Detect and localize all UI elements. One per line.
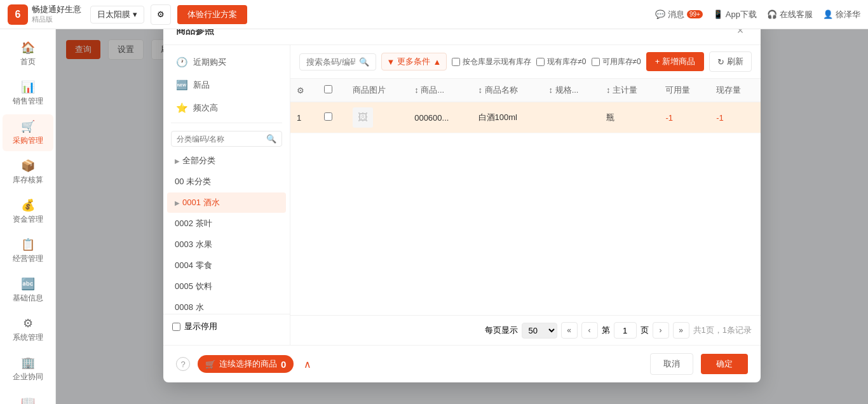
cart-selection[interactable]: 🛒 连续选择的商品 0: [198, 355, 294, 373]
inventory-icon: 📦: [21, 159, 35, 173]
search-icon: 🔍: [266, 134, 276, 144]
sidebar: 🏠 首页 📊 销售管理 🛒 采购管理 📦 库存核算 💰 资金管理 📋 经营管理 …: [0, 29, 56, 404]
close-button[interactable]: ×: [733, 29, 748, 38]
left-panel-bottom: 显示停用: [163, 314, 290, 339]
show-disabled-label: 显示停用: [184, 321, 217, 332]
refresh-label: 刷新: [727, 56, 743, 67]
refresh-product-button[interactable]: ↻ 刷新: [709, 51, 752, 72]
table-row[interactable]: 1 🖼 000600... 白酒100ml 瓶 -1: [290, 102, 761, 133]
guide-icon: 📖: [21, 395, 35, 404]
col-checkbox[interactable]: [318, 79, 346, 102]
col-code[interactable]: ↕ 商品...: [408, 79, 471, 102]
cat-0003-label: 0003 水果: [175, 239, 212, 250]
filter-label: 更多条件: [397, 56, 430, 67]
sidebar-label-purchase: 采购管理: [13, 135, 43, 146]
purchase-icon: 🛒: [21, 119, 35, 133]
sidebar-item-finance[interactable]: 💰 资金管理: [3, 193, 53, 230]
cat-0001-label: 0001 酒水: [182, 197, 220, 208]
category-search-input[interactable]: [177, 135, 264, 144]
select-all-checkbox[interactable]: [324, 85, 332, 93]
more-filter-button[interactable]: ▼ 更多条件 ▲: [381, 53, 447, 71]
product-search-input[interactable]: [306, 57, 355, 67]
first-page-button[interactable]: «: [561, 322, 578, 339]
confirm-button[interactable]: 确定: [701, 354, 748, 374]
product-search-box[interactable]: 🔍: [299, 53, 376, 71]
help-button[interactable]: ?: [176, 357, 190, 371]
tab-recent[interactable]: 🕐 近期购买: [167, 51, 286, 73]
sidebar-label-home: 首页: [20, 57, 36, 67]
messages-badge: 99+: [687, 10, 703, 18]
next-page-button[interactable]: ›: [653, 322, 669, 339]
sidebar-label-operations: 经营管理: [13, 253, 43, 264]
cat-0002[interactable]: 0002 茶叶: [167, 213, 286, 234]
sidebar-item-operations[interactable]: 📋 经营管理: [3, 232, 53, 269]
tab-frequent[interactable]: ⭐ 频次高: [167, 97, 286, 119]
settings-icon[interactable]: ⚙: [151, 4, 171, 25]
row-checkbox[interactable]: [324, 112, 332, 121]
service-item[interactable]: 🎧 在线客服: [767, 9, 813, 20]
top-nav: 6 畅捷通好生意 精品版 日太阳膜 ▾ ⚙ 体验行业方案 💬 消息 99+ 📱 …: [0, 0, 868, 29]
message-icon: 💬: [655, 10, 665, 19]
cat-00[interactable]: 00 未分类: [167, 172, 286, 192]
row-spec: [543, 102, 600, 133]
logo-icon: 6: [8, 4, 28, 25]
logo-title: 畅捷通好生意: [32, 4, 81, 15]
page-info: 共1页，1条记录: [693, 325, 752, 336]
modal-header: 商品参照 ×: [163, 29, 761, 45]
page-number-input[interactable]: [614, 322, 637, 339]
sidebar-item-guide[interactable]: 📖 新手引导: [3, 390, 53, 404]
table-toolbar: 🔍 ▼ 更多条件 ▲ 按仓库显示现有库存: [290, 45, 761, 79]
sidebar-item-inventory[interactable]: 📦 库存核算: [3, 154, 53, 191]
sidebar-item-purchase[interactable]: 🛒 采购管理: [3, 114, 53, 151]
sidebar-item-enterprise[interactable]: 🏢 企业协同: [3, 351, 53, 387]
cat-0005[interactable]: 0005 饮料: [167, 276, 286, 297]
per-page-select[interactable]: 10 20 50 100: [522, 323, 557, 339]
experience-button[interactable]: 体验行业方案: [177, 5, 247, 24]
col-settings[interactable]: ⚙: [290, 79, 318, 102]
app-icon: 📱: [713, 10, 723, 19]
logo-sub: 精品版: [32, 15, 81, 24]
show-disabled-checkbox[interactable]: [172, 323, 180, 331]
add-product-button[interactable]: + 新增商品: [646, 52, 704, 71]
col-unit[interactable]: ↕ 主计量: [600, 79, 659, 102]
warehouse-filter[interactable]: 按仓库显示现有库存: [452, 57, 531, 67]
cat-0003[interactable]: 0003 水果: [167, 234, 286, 255]
available-checkbox[interactable]: [536, 58, 545, 66]
row-name: 白酒100ml: [472, 102, 543, 133]
sidebar-item-home[interactable]: 🏠 首页: [3, 36, 53, 72]
col-available: 可用量: [659, 79, 710, 102]
sidebar-item-basics[interactable]: 🔤 基础信息: [3, 272, 53, 309]
collapse-button[interactable]: ∧: [304, 358, 311, 370]
arrow-active-icon: ▶: [175, 199, 180, 206]
usable-checkbox[interactable]: [592, 58, 600, 66]
modal-body: 🕐 近期购买 🆕 新品 ⭐ 频次高: [163, 45, 761, 345]
user-avatar[interactable]: 👤 徐泽华: [823, 9, 860, 20]
sales-icon: 📊: [21, 80, 35, 94]
search-product-icon: 🔍: [359, 57, 369, 67]
available-filter[interactable]: 现有库存≠0: [536, 57, 586, 67]
page-suffix: 页: [641, 325, 649, 336]
cat-all[interactable]: ▶ 全部分类: [167, 151, 286, 171]
headset-icon: 🎧: [767, 10, 777, 19]
warehouse-checkbox[interactable]: [452, 58, 460, 66]
row-image-cell: 🖼: [346, 102, 408, 133]
row-checkbox-cell[interactable]: [318, 102, 346, 133]
col-name[interactable]: ↕ 商品名称: [472, 79, 543, 102]
sidebar-item-system[interactable]: ⚙ 系统管理: [3, 311, 53, 348]
cat-0008[interactable]: 0008 水: [167, 297, 286, 314]
col-spec[interactable]: ↕ 规格...: [543, 79, 600, 102]
cat-0004[interactable]: 0004 零食: [167, 255, 286, 276]
cat-0001[interactable]: ▶ 0001 酒水: [167, 192, 286, 213]
branch-selector[interactable]: 日太阳膜 ▾: [90, 6, 144, 24]
messages-nav-item[interactable]: 💬 消息 99+: [655, 9, 703, 20]
category-search-box[interactable]: 🔍: [171, 131, 282, 147]
modal-footer: ? 🛒 连续选择的商品 0 ∧ 取消 确定: [163, 345, 761, 382]
app-download-item[interactable]: 📱 App下载: [713, 9, 757, 20]
sidebar-label-finance: 资金管理: [13, 214, 43, 225]
usable-filter[interactable]: 可用库存≠0: [592, 57, 641, 67]
prev-page-button[interactable]: ‹: [581, 322, 598, 339]
tab-new[interactable]: 🆕 新品: [167, 74, 286, 96]
last-page-button[interactable]: »: [673, 322, 689, 339]
cancel-button[interactable]: 取消: [650, 353, 693, 375]
sidebar-item-sales[interactable]: 📊 销售管理: [3, 75, 53, 112]
